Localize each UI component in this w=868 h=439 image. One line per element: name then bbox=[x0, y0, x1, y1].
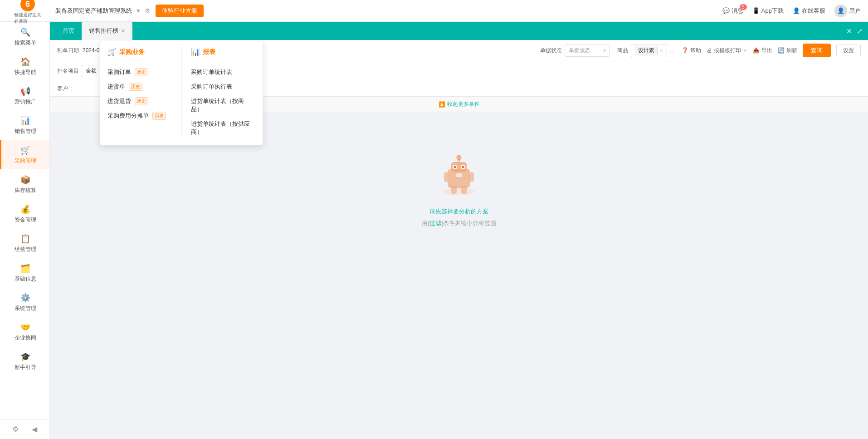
system-title: 装备及固定资产辅助管理系统 bbox=[55, 7, 132, 15]
inventory-icon: 📦 bbox=[20, 175, 30, 185]
dropdown-purchase-order-label: 采购订单 bbox=[107, 68, 131, 76]
messages-btn[interactable]: 💬 消息 9 bbox=[722, 7, 743, 15]
dropdown-item-purchase-order[interactable]: 采购订单 历史 bbox=[107, 65, 172, 79]
sidebar-label-inventory: 库存核算 bbox=[15, 187, 36, 194]
sidebar-label-sales: 销售管理 bbox=[15, 128, 36, 135]
tab-close-icon[interactable]: ✕ bbox=[121, 28, 125, 34]
sidebar-item-guide[interactable]: 🎓 新手引导 bbox=[0, 346, 49, 376]
sidebar-item-basic-info[interactable]: 🗂️ 基础信息 bbox=[0, 258, 49, 287]
sidebar-item-purchase[interactable]: 🛒 采购管理 bbox=[0, 140, 49, 169]
sidebar-settings-btn[interactable]: ⚙ bbox=[12, 425, 19, 434]
doc-status-select[interactable]: 单据状态 ▼ bbox=[565, 44, 610, 57]
goods-tag-container[interactable]: 设计素 ✕ bbox=[631, 44, 667, 57]
title-settings-icon[interactable]: ⚙ bbox=[145, 7, 150, 14]
dropdown-report-title: 📊 报表 bbox=[191, 46, 256, 61]
purchase-dropdown-menu: 🛒 采购业务 采购订单 历史 进货单 历史 进货退货 历史 bbox=[100, 40, 263, 145]
history-badge-1: 历史 bbox=[135, 68, 148, 76]
sidebar-item-system[interactable]: ⚙️ 系统管理 bbox=[0, 287, 49, 317]
toolbar-actions: ❓ 帮助 🖨 按模板打印 ▼ 📤 导出 🔄 bbox=[682, 44, 861, 57]
dropdown-divider bbox=[181, 46, 182, 139]
sidebar-label-quick-nav: 快捷导航 bbox=[15, 69, 36, 76]
collapse-arrow-icon: 🔼 bbox=[439, 101, 445, 108]
doc-status-chevron: ▼ bbox=[602, 48, 607, 53]
dropdown-item-po-stats[interactable]: 采购订单统计表 bbox=[191, 65, 256, 79]
tab-sales-ranking[interactable]: 销售排行榜 ✕ bbox=[82, 22, 132, 40]
print-btn[interactable]: 🖨 按模板打印 ▼ bbox=[707, 47, 747, 54]
brand-name: 畅捷通好生意 标准版 bbox=[14, 12, 41, 25]
search-btn[interactable]: 查询 bbox=[803, 44, 831, 57]
doc-status-filter: 单据状态 单据状态 ▼ bbox=[540, 44, 610, 57]
svg-rect-10 bbox=[451, 186, 457, 194]
sidebar: 🔍 搜索菜单 🏠 快捷导航 📢 营销推广 📊 销售管理 🛒 采购管理 📦 库存核… bbox=[0, 22, 50, 439]
export-btn[interactable]: 📤 导出 bbox=[753, 47, 772, 54]
svg-rect-7 bbox=[456, 173, 462, 177]
dropdown-receipt-supplier-label: 进货单统计表（按供应商） bbox=[191, 120, 256, 136]
dropdown-report-col: 📊 报表 采购订单统计表 采购订单执行表 进货单统计表（按商品） 进货单统计表（… bbox=[184, 46, 263, 139]
refresh-btn[interactable]: 🔄 刷新 bbox=[778, 47, 797, 54]
goods-label: 商品 bbox=[617, 47, 628, 54]
svg-rect-8 bbox=[444, 172, 449, 182]
dropdown-item-goods-receipt[interactable]: 进货单 历史 bbox=[107, 79, 172, 94]
svg-point-5 bbox=[454, 166, 456, 168]
tab-home[interactable]: 首页 bbox=[55, 22, 82, 40]
sidebar-item-cooperation[interactable]: 🤝 企业协同 bbox=[0, 317, 49, 346]
print-label: 按模板打印 bbox=[714, 47, 741, 54]
svg-rect-9 bbox=[469, 172, 474, 182]
print-chevron-icon: ▼ bbox=[743, 48, 747, 53]
guide-icon: 🎓 bbox=[20, 352, 30, 362]
top-bar: 6 畅捷通好生意 标准版 装备及固定资产辅助管理系统 ▼ ⚙ 体验行业方案 💬 … bbox=[0, 0, 868, 22]
dropdown-po-stats-label: 采购订单统计表 bbox=[191, 68, 232, 76]
dropdown-receipt-goods-label: 进货单统计表（按商品） bbox=[191, 97, 256, 113]
title-chevron-icon[interactable]: ▼ bbox=[136, 8, 141, 14]
sidebar-collapse-btn[interactable]: ◀ bbox=[32, 425, 37, 434]
sidebar-item-sales[interactable]: 📊 销售管理 bbox=[0, 110, 49, 140]
customer-label: 客户 bbox=[57, 85, 68, 93]
empty-hint-2: 用[过滤]条件来缩小分析范围 bbox=[422, 219, 496, 227]
settings-btn[interactable]: 设置 bbox=[836, 44, 861, 57]
history-badge-3: 历史 bbox=[135, 97, 148, 105]
dropdown-report-title-label: 报表 bbox=[203, 48, 215, 56]
headset-icon: 👤 bbox=[793, 7, 800, 14]
dropdown-return-label: 进货退货 bbox=[107, 97, 131, 105]
sidebar-item-finance[interactable]: 💰 资金管理 bbox=[0, 199, 49, 228]
tab-sales-ranking-label: 销售排行榜 bbox=[89, 27, 118, 35]
page-content-wrapper: 🛒 采购业务 采购订单 历史 进货单 历史 进货退货 历史 bbox=[50, 40, 868, 439]
logo-area: 6 畅捷通好生意 标准版 bbox=[7, 0, 48, 25]
user-label: 用户 bbox=[849, 7, 861, 15]
svg-point-6 bbox=[462, 166, 464, 168]
help-btn[interactable]: ❓ 帮助 bbox=[682, 47, 701, 54]
marketing-icon: 📢 bbox=[20, 86, 30, 96]
sidebar-item-operations[interactable]: 📋 经营管理 bbox=[0, 228, 49, 258]
doc-status-label: 单据状态 bbox=[540, 47, 562, 54]
industry-btn[interactable]: 体验行业方案 bbox=[156, 5, 204, 17]
main-layout: 🔍 搜索菜单 🏠 快捷导航 📢 营销推广 📊 销售管理 🛒 采购管理 📦 库存核… bbox=[0, 22, 868, 439]
dropdown-po-exec-label: 采购订单执行表 bbox=[191, 83, 232, 91]
dropdown-item-cost-allocation[interactable]: 采购费用分摊单 历史 bbox=[107, 109, 172, 123]
sidebar-item-quick-nav[interactable]: 🏠 快捷导航 bbox=[0, 51, 49, 81]
search-icon: 🔍 bbox=[20, 27, 30, 37]
tab-maximize-btn[interactable]: ⤢ bbox=[857, 27, 863, 35]
goods-tag-close-icon[interactable]: ✕ bbox=[659, 48, 663, 53]
user-btn[interactable]: 👤 用户 bbox=[834, 5, 861, 17]
dropdown-item-return[interactable]: 进货退货 历史 bbox=[107, 94, 172, 109]
sidebar-item-search[interactable]: 🔍 搜索菜单 bbox=[0, 22, 49, 51]
dropdown-item-receipt-by-goods[interactable]: 进货单统计表（按商品） bbox=[191, 94, 256, 117]
rank-value: 金额 bbox=[86, 68, 97, 74]
goods-more-btn[interactable]: ... bbox=[670, 47, 674, 54]
sidebar-item-marketing[interactable]: 📢 营销推广 bbox=[0, 81, 49, 110]
dropdown-item-po-exec[interactable]: 采购订单执行表 bbox=[191, 79, 256, 94]
sidebar-label-search: 搜索菜单 bbox=[15, 39, 36, 47]
collapse-btn[interactable]: 🔼 收起更多条件 bbox=[439, 100, 480, 108]
user-avatar: 👤 bbox=[834, 5, 847, 17]
tab-close-all-btn[interactable]: ✕ bbox=[846, 27, 852, 35]
sidebar-item-inventory[interactable]: 📦 库存核算 bbox=[0, 169, 49, 199]
logo-icon: 6 bbox=[20, 0, 35, 11]
phone-icon: 📱 bbox=[752, 7, 760, 14]
online-service-btn[interactable]: 👤 在线客服 bbox=[793, 7, 825, 15]
refresh-icon: 🔄 bbox=[778, 47, 785, 54]
system-icon: ⚙️ bbox=[20, 293, 30, 303]
app-download-btn[interactable]: 📱 App下载 bbox=[752, 7, 784, 15]
sidebar-label-system: 系统管理 bbox=[15, 305, 36, 312]
doc-status-placeholder: 单据状态 bbox=[569, 47, 590, 54]
dropdown-item-receipt-by-supplier[interactable]: 进货单统计表（按供应商） bbox=[191, 117, 256, 139]
